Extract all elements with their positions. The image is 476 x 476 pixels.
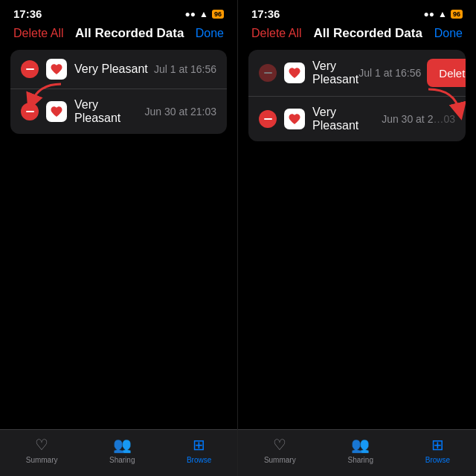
delete-circle-r1[interactable] [259, 64, 277, 82]
status-bar-left: 17:36 ●● ▲ 96 [0, 0, 237, 23]
recorded-data-list-left: Very Pleasant Jul 1 at 16:56 Very Pleasa… [10, 50, 227, 134]
sharing-icon-right: 👥 [351, 436, 370, 454]
summary-icon-right: ♡ [273, 436, 286, 454]
tab-summary-label-right: Summary [264, 456, 296, 464]
health-icon-r1 [284, 62, 305, 83]
tab-summary-right[interactable]: ♡ Summary [264, 436, 296, 464]
item-name-r1: Very Pleasant [312, 60, 358, 86]
tab-sharing-right[interactable]: 👥 Sharing [347, 436, 373, 464]
item-date-r1: Jul 1 at 16:56 [358, 67, 421, 79]
nav-bar-right: Delete All All Recorded Data Done [238, 23, 476, 47]
nav-title-left: All Recorded Data [75, 26, 184, 41]
tab-browse-label-right: Browse [425, 456, 450, 464]
time-left: 17:36 [13, 7, 42, 20]
done-button-right[interactable]: Done [434, 27, 463, 40]
delete-all-button-right[interactable]: Delete All [251, 27, 302, 40]
item-name-1: Very Pleasant [74, 62, 148, 76]
heart-icon [50, 105, 63, 118]
list-item-r1: Very Pleasant Jul 1 at 16:56 Delete [248, 50, 466, 97]
recorded-data-list-right: Very Pleasant Jul 1 at 16:56 Delete Very… [248, 50, 466, 141]
wifi-icon: ▲ [199, 9, 208, 19]
item-name-2: Very Pleasant [74, 98, 144, 125]
signal-icon: ●● [185, 9, 196, 19]
tab-browse-left[interactable]: ⊞ Browse [187, 436, 211, 464]
wifi-icon-r: ▲ [438, 9, 447, 19]
tab-sharing-label-left: Sharing [109, 456, 135, 464]
done-button-left[interactable]: Done [196, 27, 224, 40]
delete-circle-2[interactable] [21, 103, 39, 120]
nav-title-right: All Recorded Data [313, 26, 422, 41]
tab-browse-label-left: Browse [187, 456, 211, 464]
status-icons-right: ●● ▲ 96 [424, 9, 463, 19]
health-icon-2 [46, 101, 67, 122]
browse-icon-right: ⊞ [431, 436, 444, 454]
tab-sharing-label-right: Sharing [347, 456, 373, 464]
tab-bar-right: ♡ Summary 👥 Sharing ⊞ Browse [238, 429, 476, 476]
status-icons-left: ●● ▲ 96 [185, 9, 224, 19]
item-name-r2: Very Pleasant [312, 106, 382, 132]
heart-icon [50, 62, 63, 76]
summary-icon-left: ♡ [35, 436, 48, 454]
list-item: Very Pleasant Jun 30 at 21:03 [10, 89, 227, 134]
browse-icon-left: ⊞ [193, 436, 205, 454]
tab-bar-left: ♡ Summary 👥 Sharing ⊞ Browse [0, 429, 237, 476]
delete-all-button-left[interactable]: Delete All [13, 27, 64, 40]
left-panel: 17:36 ●● ▲ 96 Delete All All Recorded Da… [0, 0, 238, 476]
nav-bar-left: Delete All All Recorded Data Done [0, 23, 237, 47]
tab-summary-label-left: Summary [26, 456, 58, 464]
delete-circle-1[interactable] [21, 60, 39, 78]
tab-summary-left[interactable]: ♡ Summary [26, 436, 58, 464]
battery-right: 96 [451, 10, 463, 19]
tab-browse-right[interactable]: ⊞ Browse [425, 436, 450, 464]
item-date-2: Jun 30 at 21:03 [144, 106, 216, 118]
list-item: Very Pleasant Jul 1 at 16:56 [10, 50, 227, 89]
battery-left: 96 [212, 10, 224, 19]
list-item-r2: Very Pleasant Jun 30 at 2…03 [248, 97, 466, 141]
heart-icon-r1 [288, 66, 301, 80]
status-bar-right: 17:36 ●● ▲ 96 [238, 0, 476, 23]
item-date-1: Jul 1 at 16:56 [154, 63, 216, 75]
sharing-icon-left: 👥 [113, 436, 132, 454]
delete-button-r1[interactable]: Delete [427, 59, 466, 87]
signal-icon-r: ●● [424, 9, 435, 19]
delete-circle-r2[interactable] [259, 110, 277, 128]
time-right: 17:36 [251, 7, 280, 20]
item-date-r2: Jun 30 at 2…03 [382, 113, 455, 125]
right-panel: 17:36 ●● ▲ 96 Delete All All Recorded Da… [238, 0, 476, 476]
health-icon-1 [46, 59, 67, 80]
tab-sharing-left[interactable]: 👥 Sharing [109, 436, 135, 464]
heart-icon-r2 [288, 112, 301, 126]
health-icon-r2 [284, 109, 305, 129]
